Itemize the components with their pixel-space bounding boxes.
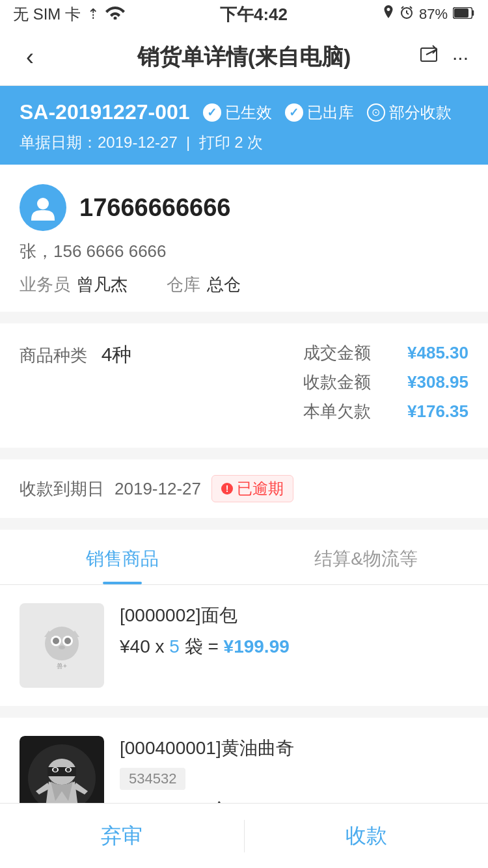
cancel-button[interactable]: 弃审 xyxy=(0,809,244,863)
svg-point-23 xyxy=(53,768,57,772)
svg-rect-20 xyxy=(47,767,76,776)
product-name-1: [0000002]面包 xyxy=(120,603,468,628)
svg-text:兽+: 兽+ xyxy=(57,662,67,670)
due-section: 收款到期日 2019-12-27 ! 已逾期 xyxy=(0,459,488,518)
debt-label: 本单欠款 xyxy=(303,400,371,423)
deal-amount-label: 成交金额 xyxy=(303,342,371,364)
product-image-1: 兽+ xyxy=(20,603,104,688)
tabs-section: 销售商品 结算&物流等 xyxy=(0,530,488,585)
more-button[interactable]: ··· xyxy=(452,46,468,68)
svg-point-24 xyxy=(66,768,70,772)
back-button[interactable]: ‹ xyxy=(20,37,40,77)
status-badge-active: ✓ 已生效 xyxy=(203,102,272,123)
tab-settlement[interactable]: 结算&物流等 xyxy=(244,530,488,584)
order-header: SA-20191227-001 ✓ 已生效 ✓ 已出库 ⊙ 部分收款 单据日期：… xyxy=(0,86,488,165)
order-id: SA-20191227-001 xyxy=(20,100,190,124)
customer-phone: 17666666666 xyxy=(79,194,230,222)
product-unit-1: 袋 xyxy=(185,636,203,657)
nav-actions: ··· xyxy=(418,44,468,70)
product-price-1: ¥40 x 5 袋 = ¥199.99 xyxy=(120,634,468,659)
customer-info: 张，156 6666 6666 xyxy=(20,240,468,263)
category-label: 商品种类 xyxy=(20,346,87,365)
svg-point-8 xyxy=(37,198,49,210)
overdue-dot-icon: ! xyxy=(221,483,233,495)
summary-right: 成交金额 ¥485.30 收款金额 ¥308.95 本单欠款 ¥176.35 xyxy=(303,342,468,429)
svg-point-14 xyxy=(64,638,71,644)
status-shipped-label: 已出库 xyxy=(307,102,354,123)
status-badge-shipped: ✓ 已出库 xyxy=(285,102,354,123)
svg-line-7 xyxy=(426,49,437,55)
customer-meta: 业务员 曾凡杰 仓库 总仓 xyxy=(20,273,468,296)
warehouse-label: 仓库 xyxy=(167,273,200,296)
overdue-badge: ! 已逾期 xyxy=(211,475,293,502)
clock-icon: ⊙ xyxy=(367,103,385,122)
customer-avatar xyxy=(20,184,66,231)
svg-rect-5 xyxy=(454,8,468,18)
svg-line-3 xyxy=(407,13,409,14)
status-badge-partial: ⊙ 部分收款 xyxy=(367,102,452,123)
tab-sales-products[interactable]: 销售商品 xyxy=(0,530,244,584)
sales-name: 曾凡杰 xyxy=(77,273,128,296)
received-label: 收款金额 xyxy=(303,371,371,394)
summary-category: 商品种类 4种 xyxy=(20,342,131,368)
wifi-signal xyxy=(105,5,125,23)
product-placeholder-1: 兽+ xyxy=(20,603,104,688)
nav-bar: ‹ 销货单详情(来自电脑) ··· xyxy=(0,29,488,86)
status-left: 无 SIM 卡 ⇡ xyxy=(13,4,125,25)
battery-text: 87% xyxy=(419,6,448,23)
status-right: 87% xyxy=(383,5,475,23)
svg-point-15 xyxy=(59,645,65,649)
customer-section: 17666666666 张，156 6666 6666 业务员 曾凡杰 仓库 总… xyxy=(0,165,488,312)
sales-label: 业务员 xyxy=(20,273,70,296)
share-button[interactable] xyxy=(418,44,439,70)
check-icon-1: ✓ xyxy=(203,103,221,122)
status-partial-label: 部分收款 xyxy=(389,102,452,123)
product-item: 兽+ [0000002]面包 ¥40 x 5 袋 = ¥199.99 xyxy=(0,585,488,706)
product-tag-2: 534532 xyxy=(120,768,185,790)
bottom-bar: 弃审 收款 xyxy=(0,803,488,868)
overdue-text: 已逾期 xyxy=(237,478,284,499)
product-unit-price-1: ¥40 xyxy=(120,636,150,657)
product-qty-1: 5 xyxy=(169,636,180,657)
due-date-value: 2019-12-27 xyxy=(115,479,201,499)
svg-point-13 xyxy=(53,638,59,644)
battery-icon xyxy=(453,6,475,23)
location-icon xyxy=(383,5,394,23)
svg-point-0 xyxy=(114,17,117,20)
warehouse-name: 总仓 xyxy=(207,273,241,296)
status-active-label: 已生效 xyxy=(225,102,272,123)
status-time: 下午4:42 xyxy=(220,3,288,26)
status-bar: 无 SIM 卡 ⇡ 下午4:42 87% xyxy=(0,0,488,29)
wifi-icon: ⇡ xyxy=(87,6,99,23)
category-value: 4种 xyxy=(102,344,132,365)
confirm-button[interactable]: 收款 xyxy=(245,809,489,863)
received-amount-value: ¥308.95 xyxy=(390,372,468,392)
order-date: 单据日期：2019-12-27 | 打印 2 次 xyxy=(20,132,468,153)
product-total-1: ¥199.99 xyxy=(224,636,290,657)
debt-amount-value: ¥176.35 xyxy=(390,401,468,422)
sim-text: 无 SIM 卡 xyxy=(13,4,81,25)
check-icon-2: ✓ xyxy=(285,103,303,122)
product-details-1: [0000002]面包 ¥40 x 5 袋 = ¥199.99 xyxy=(120,603,468,659)
deal-amount-value: ¥485.30 xyxy=(390,343,468,363)
due-date-label: 收款到期日 xyxy=(20,478,104,500)
svg-point-10 xyxy=(45,627,79,660)
alarm-icon xyxy=(400,5,414,23)
summary-section: 商品种类 4种 成交金额 ¥485.30 收款金额 ¥308.95 本单欠款 ¥… xyxy=(0,323,488,448)
nav-title: 销货单详情(来自电脑) xyxy=(137,42,351,72)
product-name-2: [000400001]黄油曲奇 xyxy=(120,736,468,761)
